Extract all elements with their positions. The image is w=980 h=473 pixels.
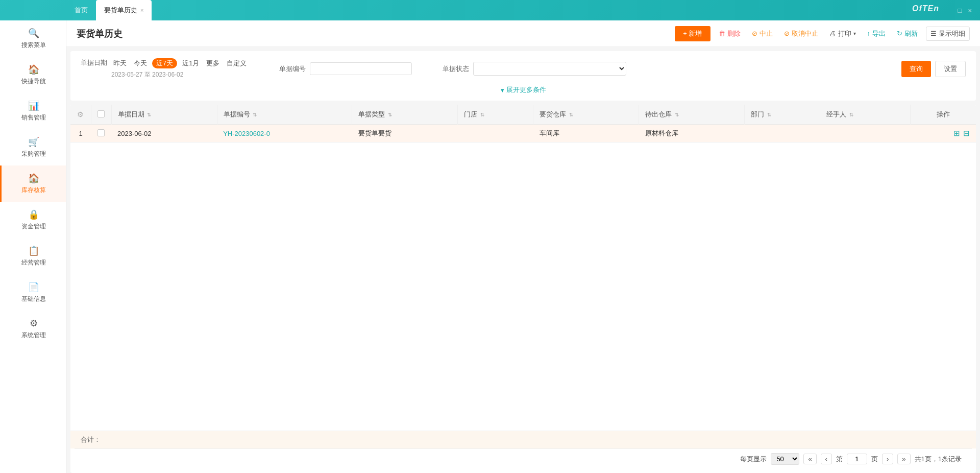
quick-nav-icon: 🏠 [28,64,39,75]
shortcut-yesterday[interactable]: 昨天 [111,58,129,68]
inventory-icon: 🏠 [28,173,39,184]
purchase-icon: 🛒 [28,136,39,148]
th-handler[interactable]: 经手人 ⇅ [820,105,911,125]
new-button[interactable]: + 新增 [675,26,710,41]
more-action-icon[interactable]: ⊟ [963,129,970,138]
delete-button[interactable]: 🗑 删除 [716,27,744,40]
row-checkbox[interactable] [97,129,105,136]
table-wrapper[interactable]: ⚙ 单据日期 ⇅ 单据编号 ⇅ [70,105,976,431]
data-table: ⚙ 单据日期 ⇅ 单据编号 ⇅ [70,105,976,143]
sort-department-icon: ⇅ [767,112,771,117]
th-department[interactable]: 部门 ⇅ [745,105,820,125]
tab-active[interactable]: 要货单历史 × [96,0,152,20]
total-info: 共1页，1条记录 [915,455,962,464]
doc-no-link[interactable]: YH-20230602-0 [223,130,270,137]
th-actions: 操作 [911,105,976,125]
export-button[interactable]: ↑ 导出 [864,27,889,40]
prev-page-button[interactable]: ‹ [821,454,832,464]
sidebar-item-system[interactable]: ⚙ 系统管理 [0,311,66,347]
sidebar-item-label: 销售管理 [21,113,46,122]
doc-no-input[interactable] [310,62,412,75]
first-page-button[interactable]: « [803,454,816,464]
sort-store-icon: ⇅ [480,112,484,117]
doc-status-label: 单据状态 [443,64,469,74]
sidebar-item-label: 采购管理 [21,150,46,158]
sidebar-item-sales[interactable]: 📊 销售管理 [0,93,66,129]
shortcut-custom[interactable]: 自定义 [225,58,249,68]
delete-icon: 🗑 [719,30,725,37]
search-menu-icon: 🔍 [28,28,39,39]
cancel-suspend-button[interactable]: ⊘ 取消中止 [781,27,821,40]
layout: 🔍 搜索菜单 🏠 快捷导航 📊 销售管理 🛒 采购管理 🏠 库存核算 🔒 资金管… [0,20,980,473]
next-page-button[interactable]: › [882,454,893,464]
suspend-button[interactable]: ⊘ 中止 [749,27,776,40]
per-page-label: 每页显示 [740,455,767,464]
tab-close-icon[interactable]: × [140,7,143,13]
th-doc-date[interactable]: 单据日期 ⇅ [111,105,217,125]
sidebar-item-purchase[interactable]: 🛒 采购管理 [0,129,66,165]
brand-logo: OfTEn [912,4,939,13]
last-page-button[interactable]: » [897,454,910,464]
column-settings-icon[interactable]: ⚙ [77,110,84,119]
close-window-button[interactable]: × [968,7,972,14]
finance-icon: 🔒 [28,209,39,220]
sidebar-item-inventory[interactable]: 🏠 库存核算 [0,165,66,202]
query-button[interactable]: 查询 [901,61,931,77]
settings-button[interactable]: 设置 [935,61,966,77]
doc-no-filter-group: 单据编号 [279,62,412,75]
maximize-button[interactable]: □ [958,7,962,14]
th-doc-type[interactable]: 单据类型 ⇅ [352,105,458,125]
shortcut-7days[interactable]: 近7天 [152,58,177,68]
shortcut-today[interactable]: 今天 [132,58,149,68]
td-doc-no[interactable]: YH-20230602-0 [217,125,352,143]
print-icon: 🖨 [829,30,836,37]
main-content: 要货单历史 + 新增 🗑 删除 ⊘ 中止 ⊘ 取消中止 🖨 打印 [66,20,980,473]
refresh-icon: ↻ [897,30,902,37]
date-filter-label: 单据日期 [81,58,107,67]
sidebar-item-finance[interactable]: 🔒 资金管理 [0,202,66,238]
filter-area: 单据日期 昨天 今天 近7天 近1月 更多 自定义 2023-05-27 至 2… [70,51,976,101]
table-row[interactable]: 1 2023-06-02 YH-20230602-0 要货单要货 车间库 原材料… [70,125,976,143]
window-controls: □ × [958,7,972,14]
sidebar-item-search-menu[interactable]: 🔍 搜索菜单 [0,20,66,57]
sort-doc-type-icon: ⇅ [388,112,392,117]
sidebar-item-basic-info[interactable]: 📄 基础信息 [0,274,66,311]
date-filter-group: 单据日期 昨天 今天 近7天 近1月 更多 自定义 2023-05-27 至 2… [81,58,249,79]
td-actions: ⊞ ⊟ [911,125,976,143]
page-input[interactable] [847,454,867,464]
sidebar-item-quick-nav[interactable]: 🏠 快捷导航 [0,57,66,93]
toolbar: + 新增 🗑 删除 ⊘ 中止 ⊘ 取消中止 🖨 打印 ▾ [675,26,970,41]
shortcut-1month[interactable]: 近1月 [180,58,201,68]
th-doc-no[interactable]: 单据编号 ⇅ [217,105,352,125]
sort-doc-date-icon: ⇅ [147,112,151,117]
refresh-button[interactable]: ↻ 刷新 [894,27,921,40]
page-header: 要货单历史 + 新增 🗑 删除 ⊘ 中止 ⊘ 取消中止 🖨 打印 [66,20,980,47]
table-container: ⚙ 单据日期 ⇅ 单据编号 ⇅ [70,105,976,473]
print-button[interactable]: 🖨 打印 ▾ [826,27,859,40]
sidebar-item-operations[interactable]: 📋 经营管理 [0,238,66,274]
filter-row-1: 单据日期 昨天 今天 近7天 近1月 更多 自定义 2023-05-27 至 2… [81,58,966,79]
top-bar: 首页 要货单历史 × OfTEn □ × [0,0,980,20]
view-action-icon[interactable]: ⊞ [953,129,960,138]
sort-pending-warehouse-icon: ⇅ [675,112,679,117]
display-detail-button[interactable]: ☰ 显示明细 [926,27,970,41]
date-range-display: 2023-05-27 至 2023-06-02 [111,70,249,79]
doc-no-label: 单据编号 [279,64,306,74]
td-store [458,125,533,143]
select-all-checkbox[interactable] [97,110,105,117]
th-store[interactable]: 门店 ⇅ [458,105,533,125]
th-checkbox[interactable] [91,105,111,125]
per-page-select[interactable]: 50 10 20 100 [771,453,799,465]
shortcut-more[interactable]: 更多 [204,58,222,68]
td-req-warehouse: 车间库 [533,125,639,143]
export-icon: ↑ [867,30,871,37]
operations-icon: 📋 [28,245,39,256]
doc-status-select[interactable] [473,62,626,76]
td-checkbox[interactable] [91,125,111,143]
th-pending-warehouse[interactable]: 待出仓库 ⇅ [639,105,745,125]
th-settings[interactable]: ⚙ [70,105,91,125]
expand-more-button[interactable]: ▾ 展开更多条件 [81,83,966,97]
doc-status-filter-group: 单据状态 [443,62,891,76]
th-req-warehouse[interactable]: 要货仓库 ⇅ [533,105,639,125]
tab-home[interactable]: 首页 [66,0,96,20]
